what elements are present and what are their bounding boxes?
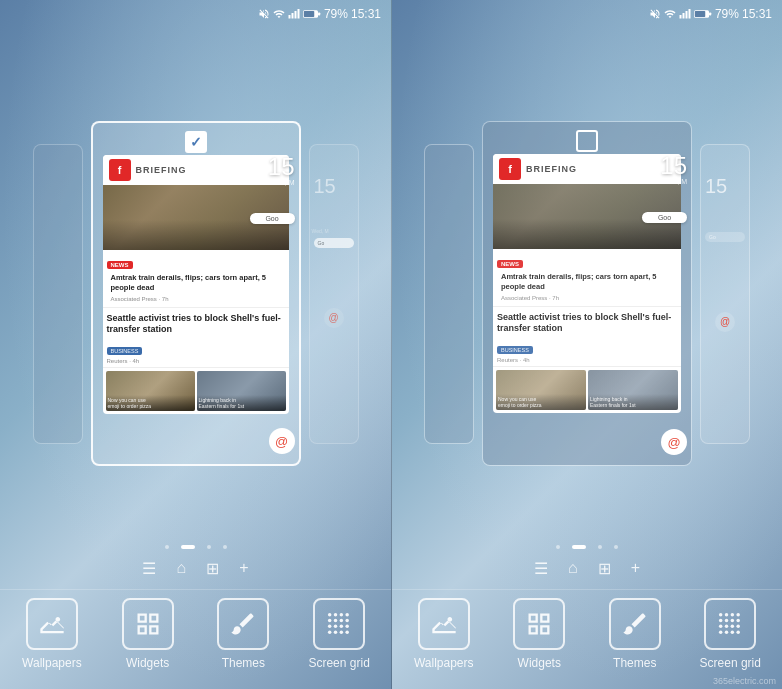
svg-rect-5 [318,13,320,16]
main-card-right[interactable]: f BRIEFING NEWS Amtrak train derails, fl… [482,121,692,466]
widgets-label-left: Widgets [126,656,169,670]
bottom-menu-right: Wallpapers Widgets Themes [392,589,782,689]
svg-point-36 [731,619,735,623]
nav-dot-1 [165,545,169,549]
menu-wallpapers-right[interactable]: Wallpapers [396,598,492,670]
screens-container-right: f BRIEFING NEWS Amtrak train derails, fl… [392,111,782,476]
svg-point-22 [346,630,350,634]
mute-icon-right [649,8,661,20]
flipboard-logo-left: f [109,159,131,181]
right-side-card-left: 15 Wed, M Go @ [309,144,359,444]
svg-point-21 [340,630,344,634]
bottom-toolbar-left: ☰ ⌂ ⊞ + [0,553,391,584]
signal-icon-right [679,8,691,20]
svg-point-8 [334,613,338,617]
clock-date-right: Wed, M [660,178,687,185]
thumb2-right: Lightning back in Eastern finals for 1st [588,370,678,410]
side-card-right-right: 15 Go @ [700,144,750,444]
news-tag-right: NEWS [497,260,523,268]
nav-dot-r1 [556,545,560,549]
home-content-right: f BRIEFING NEWS Amtrak train derails, fl… [392,28,782,559]
screengrid-icon-right [716,610,744,638]
widgets-label-right: Widgets [518,656,561,670]
svg-point-34 [719,619,723,623]
news-headline1-left: Amtrak train derails, flips; cars torn a… [107,271,285,295]
screengrid-label-left: Screen grid [308,656,369,670]
menu-themes-right[interactable]: Themes [587,598,683,670]
home-icon-right[interactable]: ⌂ [568,559,578,578]
svg-point-20 [334,630,338,634]
news-tag-left: NEWS [107,261,133,269]
menu-screengrid-left[interactable]: Screen grid [291,598,387,670]
battery-icon [303,8,321,20]
nav-dot-2-active [181,545,195,549]
screengrid-icon-box-left [313,598,365,650]
news-thumbs-right: Now you can use emoji to order pizza Lig… [493,367,681,413]
svg-point-18 [346,625,350,629]
svg-rect-26 [688,9,690,19]
screens-container-left: f BRIEFING NEWS Amtrak train derails, fl… [0,111,391,476]
side-card-right-left [424,144,474,444]
widgets-icon-box-right [513,598,565,650]
svg-point-17 [340,625,344,629]
screengrid-label-right: Screen grid [700,656,761,670]
menu-icon-left[interactable]: ☰ [142,559,156,578]
widgets-icon-right [525,610,553,638]
svg-point-33 [737,613,741,617]
menu-wallpapers-left[interactable]: Wallpapers [4,598,100,670]
google-bar-left: Goo [250,213,295,224]
svg-point-31 [725,613,729,617]
widgets-icon-left [134,610,162,638]
briefing-label-right: BRIEFING [526,164,577,174]
svg-point-40 [731,625,735,629]
news-thumbs-left: Now you can use emoji to order pizza Lig… [103,368,289,414]
status-bar-right: 79% 15:31 [392,0,782,28]
battery-percent-right: 79% [715,7,739,21]
svg-point-45 [737,630,741,634]
briefing-label-left: BRIEFING [136,165,187,175]
add-icon-left[interactable]: + [239,559,248,578]
nav-dot-r4 [614,545,618,549]
clock-hour-left: 15 [268,155,295,179]
google-bar-right: Goo [642,212,687,223]
svg-rect-0 [288,15,290,19]
svg-point-11 [328,619,332,623]
news-headline2-left: Seattle activist tries to block Shell's … [103,308,289,339]
svg-point-39 [725,625,729,629]
thumb1-left: Now you can use emoji to order pizza [106,371,195,411]
menu-icon-right[interactable]: ☰ [534,559,548,578]
grid-icon-left[interactable]: ⊞ [206,559,219,578]
grid-icon-right[interactable]: ⊞ [598,559,611,578]
news-headline1-right: Amtrak train derails, flips; cars torn a… [497,270,677,294]
svg-point-10 [346,613,350,617]
battery-percent-left: 79% [324,7,348,21]
clock-date-left: Wed, M [268,179,295,186]
watermark: 365electric.com [713,676,776,686]
wallpapers-icon-box-left [26,598,78,650]
status-icons-left: 79% 15:31 [258,7,381,21]
menu-widgets-right[interactable]: Widgets [492,598,588,670]
menu-widgets-left[interactable]: Widgets [100,598,196,670]
mountain-icon-right [430,610,458,638]
main-card-left[interactable]: f BRIEFING NEWS Amtrak train derails, fl… [91,121,301,466]
menu-screengrid-right[interactable]: Screen grid [683,598,779,670]
home-icon-left[interactable]: ⌂ [176,559,186,578]
add-icon-right[interactable]: + [631,559,640,578]
news-tag2-right: BUSINESS [497,346,533,354]
news-widget-right: f BRIEFING NEWS Amtrak train derails, fl… [493,154,681,413]
screengrid-icon-box-right [704,598,756,650]
svg-rect-25 [685,11,687,19]
menu-themes-left[interactable]: Themes [196,598,292,670]
svg-point-13 [340,619,344,623]
svg-point-15 [328,625,332,629]
themes-icon-left [229,610,257,638]
news-source2-right: Reuters · 4h [493,356,681,366]
svg-point-42 [719,630,723,634]
svg-point-30 [719,613,723,617]
check-indicator-left [185,131,207,153]
email-icon-right: @ [661,429,687,455]
svg-point-41 [737,625,741,629]
news-widget-left: f BRIEFING NEWS Amtrak train derails, fl… [103,155,289,414]
news-source1-left: Associated Press · 7h [107,295,285,305]
svg-rect-3 [297,9,299,19]
